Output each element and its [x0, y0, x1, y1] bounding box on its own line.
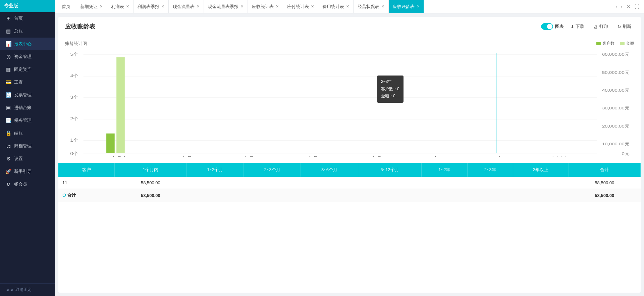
cell-customer: 11	[58, 177, 115, 189]
cell-3m	[244, 177, 301, 189]
table-row: 11 58,500.00 58,500.00	[58, 177, 641, 189]
legend-customers: 客户数	[596, 41, 614, 46]
sidebar-item-general-ledger[interactable]: ▤ 总账	[0, 25, 55, 38]
sidebar-item-tax[interactable]: 📑 税务管理	[0, 114, 55, 127]
close-tab-profit-quarterly[interactable]: ✕	[161, 4, 164, 9]
sidebar-item-vip[interactable]: V 畅会员	[0, 178, 55, 191]
svg-text:2~3个月: 2~3个月	[234, 156, 254, 157]
tab-cash-flow[interactable]: 现金流量表 ✕	[169, 0, 204, 13]
chart-legend: 客户数 金额	[596, 41, 634, 46]
close-tab-cash-flow[interactable]: ✕	[197, 4, 200, 9]
print-button[interactable]: 🖨 打印	[591, 22, 611, 31]
bar-1m-amount	[116, 57, 125, 153]
total-6m	[422, 189, 467, 202]
sidebar-item-settings[interactable]: ⚙ 设置	[0, 152, 55, 165]
sidebar-item-general-ledger-label: 总账	[14, 28, 23, 34]
collapse-icon: ◄◄	[5, 288, 13, 292]
legend-customers-color	[596, 42, 601, 45]
close-tab-receivable-stats[interactable]: ✕	[276, 4, 279, 9]
cell-total: 58,500.00	[569, 177, 640, 189]
cell-2m	[186, 177, 244, 189]
tab-receivable-stats[interactable]: 应收统计表 ✕	[248, 0, 283, 13]
sidebar-item-report-center[interactable]: 📊 报表中心	[0, 38, 55, 50]
tab-home[interactable]: 首页	[56, 0, 76, 13]
main-content: 首页 新增凭证 ✕ 利润表 ✕ 利润表季报 ✕ 现金流量表 ✕ 现金流量表季报 …	[55, 0, 644, 296]
tab-payable-stats[interactable]: 应付统计表 ✕	[283, 0, 318, 13]
tab-expand-button[interactable]: ⛶	[633, 3, 641, 10]
legend-amount: 金额	[620, 41, 634, 46]
sidebar-item-fixed-assets[interactable]: ▦ 固定资产	[0, 63, 55, 76]
purchase-icon: ▣	[5, 105, 11, 111]
sidebar: 专业版 ⊞ 首页 ▤ 总账 📊 报表中心 ◎ 资金管理 ▦ 固定资产 💳 工资 …	[0, 0, 55, 296]
sidebar-item-vip-label: 畅会员	[14, 181, 27, 187]
payroll-icon: 💳	[5, 79, 11, 85]
col-2y: 2~3年	[467, 163, 513, 177]
tab-next-button[interactable]: ›	[620, 3, 624, 10]
tab-prev-button[interactable]: ‹	[614, 3, 619, 10]
close-tab-business-status[interactable]: ✕	[381, 4, 384, 9]
sidebar-item-payroll[interactable]: 💳 工资	[0, 76, 55, 89]
tab-expense-stats[interactable]: 费用统计表 ✕	[318, 0, 354, 13]
sidebar-item-guide[interactable]: 🚀 新手引导	[0, 165, 55, 178]
close-tab-payable-stats[interactable]: ✕	[311, 4, 314, 9]
toggle-knob[interactable]	[541, 23, 553, 30]
tab-new-voucher[interactable]: 新增凭证 ✕	[76, 0, 107, 13]
assets-icon: ▦	[5, 66, 11, 72]
svg-text:0元: 0元	[622, 151, 629, 156]
svg-text:50,000.00元: 50,000.00元	[602, 70, 629, 75]
tab-controls: ‹ › ✕ ⛶	[612, 3, 643, 10]
svg-text:3年以上: 3年以上	[548, 156, 568, 157]
total-7m	[467, 189, 513, 202]
tab-business-status[interactable]: 经营状况表 ✕	[354, 0, 389, 13]
refresh-button[interactable]: ↻ 刷新	[615, 22, 634, 31]
sidebar-item-invoice[interactable]: 🧾 发票管理	[0, 89, 55, 101]
total-2m	[186, 189, 244, 202]
settings-icon: ⚙	[5, 156, 11, 162]
collapse-sidebar-button[interactable]: ◄◄ 取消固定	[0, 283, 55, 296]
close-tab-receivable-aging[interactable]: ✕	[417, 4, 420, 9]
sidebar-item-purchase-sales[interactable]: ▣ 进销台账	[0, 101, 55, 114]
close-tab-new-voucher[interactable]: ✕	[100, 4, 103, 9]
tab-bar: 首页 新增凭证 ✕ 利润表 ✕ 利润表季报 ✕ 现金流量表 ✕ 现金流量表季报 …	[55, 0, 644, 13]
total-total: 58,500.00	[569, 189, 640, 202]
total-icon: ⬡	[62, 193, 66, 198]
sidebar-item-tax-label: 税务管理	[14, 117, 32, 124]
data-table-wrapper: 客户 1个月内 1~2个月 2~3个月 3~6个月 6~12个月 1~2年 2~…	[58, 163, 641, 202]
cell-1m: 58,500.00	[115, 177, 186, 189]
guide-icon: 🚀	[5, 168, 11, 175]
legend-amount-color	[620, 42, 625, 45]
legend-amount-label: 金额	[626, 41, 634, 46]
tab-profit[interactable]: 利润表 ✕	[107, 0, 133, 13]
svg-text:60,000.00元: 60,000.00元	[602, 52, 629, 57]
chart-toggle[interactable]: 图表	[541, 23, 564, 30]
cell-4m	[301, 177, 358, 189]
sidebar-item-home-label: 首页	[14, 15, 23, 21]
tab-close-all-button[interactable]: ✕	[625, 3, 632, 10]
close-tab-expense-stats[interactable]: ✕	[346, 4, 349, 9]
svg-text:10,000.00元: 10,000.00元	[602, 142, 629, 146]
svg-text:1个月内: 1个月内	[108, 156, 128, 157]
aging-table: 客户 1个月内 1~2个月 2~3个月 3~6个月 6~12个月 1~2年 2~…	[58, 163, 641, 202]
sidebar-item-purchase-sales-label: 进销台账	[14, 105, 32, 111]
sidebar-item-settlement[interactable]: 🔒 结账	[0, 127, 55, 140]
sidebar-item-fund-management[interactable]: ◎ 资金管理	[0, 50, 55, 63]
download-button[interactable]: ⬇ 下载	[568, 22, 587, 31]
toggle-label: 图表	[555, 23, 564, 30]
close-tab-cash-flow-quarterly[interactable]: ✕	[240, 4, 244, 9]
svg-text:5个: 5个	[70, 52, 79, 57]
chart-title: 账龄统计图	[65, 41, 634, 47]
sidebar-item-home[interactable]: ⊞ 首页	[0, 12, 55, 25]
fund-icon: ◎	[5, 54, 11, 60]
col-1m: 1个月内	[115, 163, 186, 177]
tab-profit-quarterly[interactable]: 利润表季报 ✕	[133, 0, 169, 13]
tab-receivable-aging[interactable]: 应收账龄表 ✕	[389, 0, 424, 13]
sidebar-item-report-center-label: 报表中心	[14, 41, 32, 47]
report-icon: 📊	[5, 41, 11, 47]
total-3m	[244, 189, 301, 202]
tab-cash-flow-quarterly[interactable]: 现金流量表季报 ✕	[204, 0, 248, 13]
col-6m: 3~6个月	[301, 163, 358, 177]
bar-1m-customers	[106, 134, 115, 153]
sidebar-item-archive[interactable]: 🗂 归档管理	[0, 140, 55, 152]
page-content-area: 应收账龄表 图表 ⬇ 下载 🖨 打印 ↻ 刷新	[58, 17, 641, 293]
close-tab-profit[interactable]: ✕	[126, 4, 129, 9]
